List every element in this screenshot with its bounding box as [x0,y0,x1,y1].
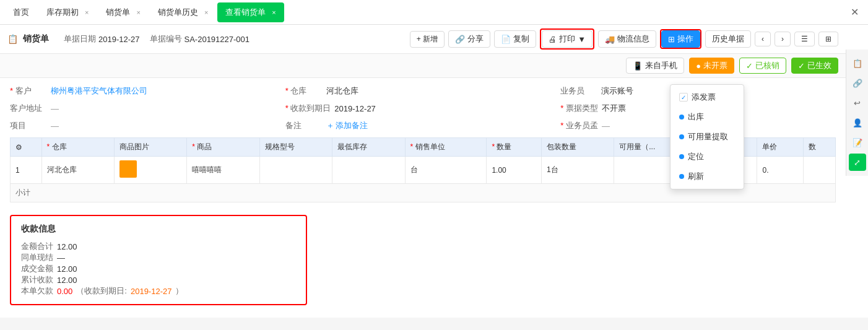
tab-close-history[interactable]: × [204,9,208,16]
payment-box: 收款信息 金额合计 12.00 同单现结 — 成交金额 12.00 累计收款 1… [10,215,307,305]
sidebar-doc-icon[interactable]: 📋 [849,54,866,72]
dropdown-available-extract[interactable]: 可用量提取 [671,127,744,147]
tab-sales-history[interactable]: 销货单历史 × [150,2,216,22]
same-order-settle-row: 同单现结 — [21,252,296,263]
sidebar-link-icon[interactable]: 🔗 [849,74,866,92]
row-warehouse: 河北仓库 [41,157,114,184]
duedate-field: 收款到期日 2019-12-27 [285,103,561,114]
tab-sales-order[interactable]: 销货单 × [98,2,148,22]
corrected-button[interactable]: ✓ 已核销 [739,58,786,74]
tab-inventory-initial[interactable]: 库存期初 × [38,2,97,22]
accumulated-receipt-value: 12.00 [57,276,77,285]
add-invoice-label: 添发票 [692,92,716,103]
sidebar-expand-icon[interactable]: ⤢ [849,154,866,171]
current-owed-close: ） [175,285,183,297]
row-qty: 1.00 [487,157,542,184]
logistics-icon: 🚚 [605,35,615,44]
row-product: 嘻嘻嘻嘻 [187,157,259,184]
sidebar-user-icon[interactable]: 👤 [849,114,866,131]
row-amount [803,157,835,184]
customer-value[interactable]: 柳州粤港平安气体有限公司 [51,85,147,97]
sidebar-return-icon[interactable]: ↩ [849,94,866,111]
dropdown-add-invoice[interactable]: ✓ 添发票 [671,87,744,107]
copy-icon: 📄 [501,35,511,44]
doc-no-label: 单据编号 [150,33,182,45]
doc-meta: 单据日期 2019-12-27 单据编号 SA-20191227-001 [64,33,250,45]
doc-title: 销货单 [23,33,49,45]
same-order-settle-label: 同单现结 [21,252,53,263]
list-view-button[interactable]: ☰ [794,32,815,46]
grid-view-button[interactable]: ⊞ [818,32,838,46]
dot-icon-2 [679,134,684,139]
tab-home[interactable]: 首页 [5,2,37,22]
row-image [114,157,186,184]
duedate-value: 2019-12-27 [334,104,376,113]
col-qty: 数量 [487,138,542,157]
print-icon: 🖨 [549,35,557,44]
checkbox-icon: ✓ [679,93,688,102]
share-button[interactable]: 🔗 分享 [448,30,490,48]
tab-close-inventory[interactable]: × [85,9,89,16]
duedate-label: 收款到期日 [285,103,331,114]
operation-icon: ⊞ [668,35,675,44]
logistics-button[interactable]: 🚚 物流信息 [598,30,656,48]
total-amount-row: 金额合计 12.00 [21,241,296,252]
action-row: 📱 来自手机 ● 未开票 ✓ 已核销 ✓ 已生效 [0,54,846,78]
col-unit: 销售单位 [405,138,487,157]
dropdown-outbound[interactable]: 出库 [671,107,744,127]
tickettype-label: 票据类型 [560,103,598,114]
note-label: 备注 [285,120,323,131]
customer-field: 客户 柳州粤港平安气体有限公司 [10,85,285,97]
row-minstock [332,157,405,184]
from-phone-button[interactable]: 📱 来自手机 [626,58,684,74]
product-image [119,160,137,178]
tab-close-sales[interactable]: × [136,9,140,16]
customer-label: 客户 [10,85,47,97]
ticket-icon: ● [696,61,701,71]
copy-button[interactable]: 📄 复制 [494,30,536,48]
payment-grid: 金额合计 12.00 同单现结 — 成交金额 12.00 累计收款 12.00 [21,241,296,297]
col-warehouse: 仓库 [41,138,114,157]
history-button[interactable]: 历史单据 [705,30,751,48]
transaction-amount-value: 12.00 [57,264,77,274]
tab-bar: 首页 库存期初 × 销货单 × 销货单历史 × 查看销货单 × ✕ [0,0,868,25]
not-open-button[interactable]: ● 未开票 [689,58,734,74]
effective-button[interactable]: ✓ 已生效 [791,58,838,74]
prev-button[interactable]: ‹ [755,32,771,46]
operation-button[interactable]: ⊞ 操作 [661,30,700,48]
sidebar-note-icon[interactable]: 📝 [849,134,866,151]
col-gear: ⚙ [11,138,42,157]
doc-date-value: 2019-12-27 [98,35,140,44]
tickettype-value: 不开票 [602,103,626,114]
dot-icon-3 [679,154,684,159]
dot-icon [679,115,684,119]
same-order-settle-value: — [57,253,65,263]
next-button[interactable]: › [775,32,791,46]
toolbar-right: + 新增 🔗 分享 📄 复制 🖨 打印 ▼ 🚚 物流信息 [410,28,838,50]
tab-view-sales[interactable]: 查看销货单 × [217,2,284,22]
row-unit: 台 [405,157,487,184]
transaction-amount-label: 成交金额 [21,263,53,274]
dropdown-refresh[interactable]: 刷新 [671,167,744,186]
project-field: 项目 — [10,120,285,131]
warehouse-label: 仓库 [285,85,323,97]
new-button[interactable]: + 新增 [410,31,445,48]
row-pack: 1台 [541,157,614,184]
total-amount-label: 金额合计 [21,241,53,252]
dropdown-locate[interactable]: 定位 [671,147,744,167]
right-sidebar: 📋 🔗 ↩ 👤 📝 ⤢ [846,50,868,176]
staff-sale-label: 业务员孟 [560,120,598,131]
warehouse-value: 河北仓库 [326,85,358,97]
row-price: 0. [757,157,803,184]
window-close-button[interactable]: ✕ [846,4,863,21]
doc-date-label: 单据日期 [64,33,96,45]
address-value: — [51,104,59,113]
doc-no-field: 单据编号 SA-20191227-001 [150,33,250,45]
doc-date-field: 单据日期 2019-12-27 [64,33,140,45]
current-owed-note: （收款到期日: [76,285,127,297]
toolbar: 📋 销货单 单据日期 2019-12-27 单据编号 SA-20191227-0… [0,25,846,54]
add-note-button[interactable]: ＋ 添加备注 [326,120,368,131]
phone-icon: 📱 [633,61,643,71]
print-button[interactable]: 🖨 打印 ▼ [542,30,592,48]
tab-close-view[interactable]: × [272,9,276,16]
